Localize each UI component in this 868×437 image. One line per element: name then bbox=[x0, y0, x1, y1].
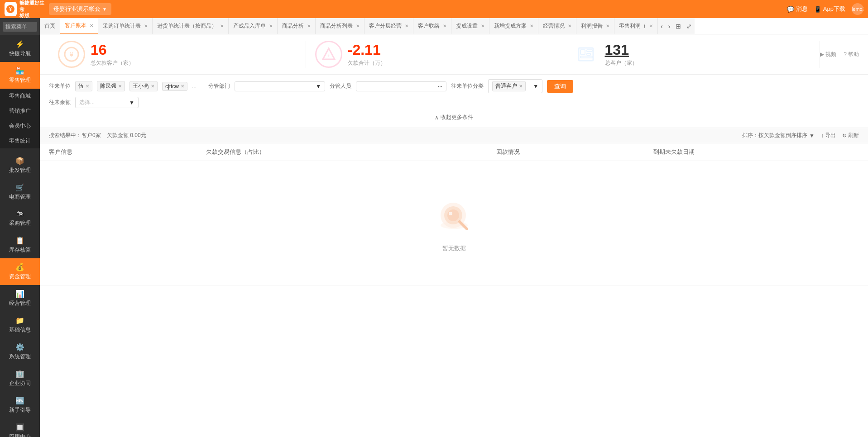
sidebar-sub-item-marketing[interactable]: 营销推广 bbox=[0, 104, 40, 119]
tab-close-purchase-orders[interactable]: ✕ bbox=[144, 24, 148, 28]
messages-button[interactable]: 💬 消息 bbox=[787, 5, 808, 13]
person-more-icon: ··· bbox=[438, 83, 442, 90]
sidebar-item-basic[interactable]: 📁 基础信息 bbox=[0, 312, 40, 338]
sidebar-item-ops[interactable]: 📊 经营管理 bbox=[0, 285, 40, 312]
summary-info-customers: 16 总欠款客户（家） bbox=[91, 42, 134, 67]
query-button[interactable]: 查询 bbox=[547, 80, 573, 93]
overdue-amount-icon: + bbox=[315, 41, 342, 68]
tab-customers[interactable]: 客户账本 ✕ bbox=[60, 18, 98, 34]
sidebar-item-guide[interactable]: 🆕 新手引导 bbox=[0, 392, 40, 418]
tab-cost-inbound[interactable]: 产成品入库单 ✕ bbox=[229, 18, 278, 34]
search-input[interactable] bbox=[3, 22, 37, 32]
results-summary: 搜索结果中：客户0家 欠款金额 0.00元 bbox=[49, 132, 146, 139]
sidebar-sub-item-retail-stats[interactable]: 零售统计 bbox=[0, 133, 40, 148]
tab-nav-fullscreen[interactable]: ⤢ bbox=[684, 18, 695, 34]
video-link[interactable]: ▶ 视频 bbox=[820, 51, 836, 58]
sidebar-item-purchase[interactable]: 🛍 采购管理 bbox=[0, 205, 40, 232]
collapse-btn[interactable]: ∧ 收起更多条件 bbox=[49, 112, 859, 123]
tab-customer-segment[interactable]: 客户分层经营 ✕ bbox=[364, 18, 413, 34]
tab-new-boost-plan[interactable]: 新增提成方案 ✕ bbox=[489, 18, 538, 34]
tab-boost-settings[interactable]: 提成设置 ✕ bbox=[451, 18, 489, 34]
tab-close-boost-settings[interactable]: ✕ bbox=[481, 24, 484, 28]
sidebar-item-finance[interactable]: 💰 资金管理 bbox=[0, 258, 40, 285]
tab-product-analysis[interactable]: 商品分析 ✕ bbox=[278, 18, 316, 34]
purchase-icon: 🛍 bbox=[16, 210, 24, 218]
tab-biz-situation[interactable]: 经营情况 ✕ bbox=[538, 18, 576, 34]
tab-close-customer-segment[interactable]: ✕ bbox=[405, 24, 408, 28]
svg-point-14 bbox=[447, 209, 459, 221]
tab-close-retail-profit[interactable]: ✕ bbox=[649, 24, 653, 28]
sidebar-item-wholesale[interactable]: 📦 批发管理 bbox=[0, 152, 40, 179]
remainder-select[interactable]: 选择... ▼ bbox=[75, 97, 139, 108]
tab-inbound-stats[interactable]: 进货单统计表（按商品） ✕ bbox=[153, 18, 229, 34]
quick-nav-icon: ⚡ bbox=[15, 40, 24, 48]
wholesale-icon: 📦 bbox=[15, 157, 24, 165]
tab-nav-prev[interactable]: ‹ bbox=[658, 18, 666, 34]
tab-profit-report[interactable]: 利润报告 ✕ bbox=[576, 18, 614, 34]
more-tags-btn[interactable]: ... bbox=[192, 83, 197, 90]
remove-tag-wu[interactable]: ✕ bbox=[86, 84, 89, 89]
empty-text: 暂无数据 bbox=[442, 244, 466, 252]
store-selector[interactable]: 母婴行业演示帐套 ▼ bbox=[49, 3, 111, 15]
svg-rect-9 bbox=[587, 53, 590, 55]
sidebar-item-retail-mgmt[interactable]: 🏪 零售管理 bbox=[0, 62, 40, 89]
sort-select[interactable]: 排序：按欠款金额倒序排序 ▼ bbox=[742, 132, 815, 139]
help-link[interactable]: ? 帮助 bbox=[844, 51, 859, 58]
export-button[interactable]: ↑ 导出 bbox=[821, 132, 836, 139]
tab-close-customers[interactable]: ✕ bbox=[90, 23, 93, 28]
sidebar-item-inventory[interactable]: 📋 库存核算 bbox=[0, 232, 40, 258]
svg-rect-10 bbox=[580, 56, 592, 58]
filter-tag-chen[interactable]: 陈民强 ✕ bbox=[97, 81, 125, 91]
col-due-date: 到期未欠款日期 bbox=[644, 143, 868, 161]
tab-customer-contact[interactable]: 客户联络 ✕ bbox=[413, 18, 451, 34]
tab-close-product-analysis[interactable]: ✕ bbox=[307, 24, 311, 28]
tab-close-new-boost-plan[interactable]: ✕ bbox=[530, 24, 533, 28]
sidebar-item-ecom[interactable]: 🛒 电商管理 bbox=[0, 179, 40, 205]
sidebar: ⚡ 快捷导航 🏪 零售管理 零售商城 营销推广 会员中心 零售统计 📦 批发管理… bbox=[0, 18, 40, 437]
app-download-button[interactable]: 📱 App下载 bbox=[814, 5, 845, 13]
tab-close-inbound-stats[interactable]: ✕ bbox=[220, 24, 224, 28]
tab-close-cost-inbound[interactable]: ✕ bbox=[269, 24, 273, 28]
filter-tag-wang[interactable]: 王小亮 ✕ bbox=[129, 81, 158, 91]
results-actions: 排序：按欠款金额倒序排序 ▼ ↑ 导出 ↻ 刷新 bbox=[742, 132, 859, 139]
tab-product-analysis-list[interactable]: 商品分析列表 ✕ bbox=[316, 18, 364, 34]
sidebar-item-enterprise[interactable]: 🏢 企业协同 bbox=[0, 365, 40, 392]
remove-tag-wang[interactable]: ✕ bbox=[151, 84, 154, 89]
finance-icon: 💰 bbox=[15, 263, 24, 271]
remove-category-tag[interactable]: ✕ bbox=[519, 84, 523, 89]
tab-close-customer-contact[interactable]: ✕ bbox=[443, 24, 446, 28]
category-select[interactable]: 普通客户 ✕ ▼ bbox=[488, 79, 542, 93]
category-tag[interactable]: 普通客户 ✕ bbox=[492, 81, 526, 91]
remove-tag-chen[interactable]: ✕ bbox=[118, 84, 122, 89]
remainder-placeholder: 选择... bbox=[79, 99, 95, 106]
sidebar-item-app-center[interactable]: 🔲 应用中心 bbox=[0, 418, 40, 437]
dept-select[interactable]: ▼ bbox=[235, 81, 325, 91]
tab-nav-next[interactable]: › bbox=[666, 18, 673, 34]
tab-home[interactable]: 首页 bbox=[40, 18, 60, 34]
sidebar-sub-item-retail-mall[interactable]: 零售商城 bbox=[0, 89, 40, 104]
tab-bar: 首页 客户账本 ✕ 采购订单统计表 ✕ 进货单统计表（按商品） ✕ 产成品入库单… bbox=[40, 18, 868, 34]
tab-nav-expand[interactable]: ⊞ bbox=[673, 18, 684, 34]
remove-tag-cjttcw[interactable]: ✕ bbox=[181, 84, 184, 89]
filter-tag-cjttcw[interactable]: cjttcw ✕ bbox=[162, 82, 187, 91]
sidebar-item-sys[interactable]: ⚙️ 系统管理 bbox=[0, 338, 40, 365]
svg-rect-8 bbox=[587, 50, 592, 52]
person-select[interactable]: ··· bbox=[356, 81, 446, 91]
total-customers-label: 总客户（家） bbox=[605, 59, 638, 67]
app-center-icon: 🔲 bbox=[15, 423, 24, 432]
tab-purchase-orders[interactable]: 采购订单统计表 ✕ bbox=[98, 18, 153, 34]
sidebar-sub-item-member[interactable]: 会员中心 bbox=[0, 119, 40, 133]
message-icon: 💬 bbox=[787, 6, 794, 13]
total-overdue-customers-value: 16 bbox=[91, 42, 134, 58]
tab-close-biz-situation[interactable]: ✕ bbox=[568, 24, 571, 28]
tab-retail-profit[interactable]: 零售利润（ ✕ bbox=[614, 18, 658, 34]
sidebar-item-quick-nav[interactable]: ⚡ 快捷导航 bbox=[0, 35, 40, 62]
chevron-down-icon: ▼ bbox=[102, 7, 107, 12]
filter-section: 往来单位 伍 ✕ 陈民强 ✕ 王小亮 ✕ bbox=[40, 75, 868, 128]
filter-tag-wu[interactable]: 伍 ✕ bbox=[75, 81, 92, 91]
tab-close-product-analysis-list[interactable]: ✕ bbox=[356, 24, 360, 28]
download-icon: 📱 bbox=[814, 6, 821, 13]
user-avatar-area[interactable]: demo2 bbox=[852, 3, 863, 15]
tab-close-profit-report[interactable]: ✕ bbox=[606, 24, 609, 28]
refresh-button[interactable]: ↻ 刷新 bbox=[842, 132, 859, 139]
